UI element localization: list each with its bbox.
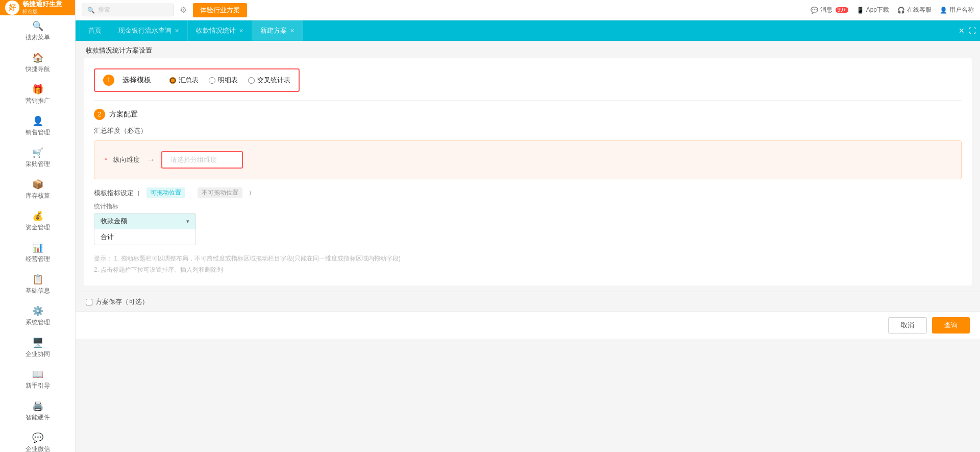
tab-cashflow[interactable]: 现金银行流水查询 ✕ xyxy=(110,20,188,41)
required-star: * xyxy=(105,156,107,164)
step2-row: 2 方案配置 xyxy=(94,109,962,120)
vertical-dim-label: 纵向维度 xyxy=(113,155,140,164)
tab-home[interactable]: 首页 xyxy=(80,20,110,41)
message-icon: 💬 xyxy=(811,7,818,14)
stats-total-row: 合计 xyxy=(94,229,195,245)
download-icon: 📱 xyxy=(856,7,864,14)
main-area: 🔍 搜索 ⚙ 体验行业方案 💬 消息 99+ 📱 App下载 🎧 在线客服 👤 … xyxy=(76,0,980,452)
sidebar-item-wechat[interactable]: 💬 企业微信 xyxy=(0,427,75,452)
sidebar-item-purchase[interactable]: 🛒 采购管理 xyxy=(0,142,75,174)
template-section: 1 选择模板 汇总表 明细表 xyxy=(94,68,300,92)
chart-icon: 📊 xyxy=(32,242,43,253)
radio-summary[interactable]: 汇总表 xyxy=(169,76,199,85)
gear-icon: ⚙️ xyxy=(32,305,43,317)
industry-btn[interactable]: 体验行业方案 xyxy=(193,3,247,17)
user-icon: 👤 xyxy=(32,115,43,127)
dimension-select[interactable]: 请选择分组维度 xyxy=(161,151,243,169)
sidebar-item-sales[interactable]: 👤 销售管理 xyxy=(0,110,75,142)
sidebar-item-search[interactable]: 🔍 搜索菜单 xyxy=(0,15,75,47)
box-icon: 📦 xyxy=(32,179,43,190)
hint-area: 提示： 1. 拖动标题栏可以调整布局，不可跨维度或指标区域拖动栏目字段(只能在同… xyxy=(94,253,962,275)
search-icon: 🔍 xyxy=(32,20,43,32)
step2-label: 方案配置 xyxy=(109,110,138,119)
sidebar-item-finance[interactable]: 💰 资金管理 xyxy=(0,205,75,237)
message-btn[interactable]: 💬 消息 99+ xyxy=(811,6,848,14)
sidebar-item-system[interactable]: ⚙️ 系统管理 xyxy=(0,300,75,332)
message-badge: 99+ xyxy=(836,7,848,13)
tab-new-plan[interactable]: 新建方案 ✕ xyxy=(252,20,303,41)
save-checkbox-row: 方案保存（可选） xyxy=(86,297,970,306)
sidebar-item-quicknav[interactable]: 🏠 快捷导航 xyxy=(0,47,75,79)
dimension-row: * 纵向维度 → 请选择分组维度 xyxy=(105,151,951,169)
download-btn[interactable]: 📱 App下载 xyxy=(856,6,889,14)
page-title: 收款情况统计方案设置 xyxy=(76,41,980,58)
topbar-right: 💬 消息 99+ 📱 App下载 🎧 在线客服 👤 用户名称 xyxy=(811,6,974,14)
headset-icon: 🎧 xyxy=(897,7,905,14)
book-icon: 📖 xyxy=(32,369,43,380)
divider1 xyxy=(94,100,962,101)
stats-table-wrap: 统计指标 收款金额 ▾ 合计 xyxy=(94,202,196,245)
indicator-label-row: 模板指标设定（ 可拖动位置 不可拖动位置 ） xyxy=(94,187,962,198)
list-icon: 📋 xyxy=(32,274,43,285)
service-btn[interactable]: 🎧 在线客服 xyxy=(897,6,932,14)
search-bar[interactable]: 🔍 搜索 xyxy=(82,4,174,16)
step1-num: 1 xyxy=(103,75,114,86)
sidebar-logo: 好 畅捷通好生意 标准版 xyxy=(0,0,75,15)
logo-badge: 标准版 xyxy=(22,8,62,15)
monitor-icon: 🖥️ xyxy=(32,337,43,348)
home-icon: 🏠 xyxy=(32,52,43,63)
sidebar-item-hardware[interactable]: 🖨️ 智能硬件 xyxy=(0,395,75,427)
dimension-area: * 纵向维度 → 请选择分组维度 xyxy=(94,140,962,179)
sidebar-item-inventory[interactable]: 📦 库存核算 xyxy=(0,174,75,205)
sidebar-item-basic[interactable]: 📋 基础信息 xyxy=(0,269,75,300)
indicator-section: 模板指标设定（ 可拖动位置 不可拖动位置 ） 统计指标 收款金额 ▾ 合计 xyxy=(94,187,962,245)
content-area: 收款情况统计方案设置 1 选择模板 汇总表 xyxy=(76,41,980,452)
tab-close-cashflow[interactable]: ✕ xyxy=(175,28,179,34)
arrow-icon: → xyxy=(146,155,155,165)
cancel-button[interactable]: 取消 xyxy=(888,317,927,334)
sidebar-item-marketing[interactable]: 🎁 营销推广 xyxy=(0,79,75,110)
tab-close-receipt[interactable]: ✕ xyxy=(239,28,243,34)
main-card: 1 选择模板 汇总表 明细表 xyxy=(84,58,972,286)
chevron-down-icon: ▾ xyxy=(186,218,189,225)
hint-line2: 2. 点击标题栏下拉可设置排序、插入列和删除列 xyxy=(94,265,962,276)
save-checkbox[interactable] xyxy=(86,299,92,305)
footer: 方案保存（可选） xyxy=(76,292,980,312)
radio-detail[interactable]: 明细表 xyxy=(209,76,238,85)
chat-icon: 💬 xyxy=(32,432,43,443)
bottom-bar: 取消 查询 xyxy=(76,312,980,339)
radio-cross-input[interactable] xyxy=(248,77,255,84)
settings-icon[interactable]: ⚙ xyxy=(180,5,187,15)
user-avatar[interactable]: 👤 用户名称 xyxy=(940,6,974,14)
money-icon: 💰 xyxy=(32,210,43,222)
tab-receipt[interactable]: 收款情况统计 ✕ xyxy=(188,20,252,41)
logo-icon: 好 xyxy=(5,1,19,15)
step1-label: 选择模板 xyxy=(122,76,151,85)
draggable-badge: 可拖动位置 xyxy=(146,187,185,198)
search-icon-topbar: 🔍 xyxy=(87,7,95,14)
radio-detail-input[interactable] xyxy=(209,77,215,84)
dimension-title: 汇总维度（必选） xyxy=(94,126,962,135)
radio-cross[interactable]: 交叉统计表 xyxy=(248,76,290,85)
radio-summary-input[interactable] xyxy=(169,77,176,84)
tabbar-controls: ✕ ⛶ xyxy=(959,27,976,35)
step2-num: 2 xyxy=(94,109,105,120)
sidebar-item-operation[interactable]: 📊 经营管理 xyxy=(0,237,75,269)
tabbar: 首页 现金银行流水查询 ✕ 收款情况统计 ✕ 新建方案 ✕ ✕ ⛶ xyxy=(76,20,980,41)
cart-icon: 🛒 xyxy=(32,147,43,158)
query-button[interactable]: 查询 xyxy=(932,317,970,334)
sidebar-item-corp[interactable]: 🖥️ 企业协同 xyxy=(0,332,75,364)
gift-icon: 🎁 xyxy=(32,84,43,95)
close-window-icon[interactable]: ✕ xyxy=(959,27,965,35)
printer-icon: 🖨️ xyxy=(32,400,43,412)
logo-text: 畅捷通好生意 xyxy=(22,0,62,8)
save-label: 方案保存（可选） xyxy=(95,297,149,306)
stats-table: 收款金额 ▾ 合计 xyxy=(94,213,196,245)
non-draggable-badge: 不可拖动位置 xyxy=(198,187,242,198)
stats-header[interactable]: 收款金额 ▾ xyxy=(94,213,195,229)
sidebar-item-newguide[interactable]: 📖 新手引导 xyxy=(0,364,75,395)
maximize-icon[interactable]: ⛶ xyxy=(969,27,976,35)
stats-section-label: 统计指标 xyxy=(94,202,196,211)
template-radio-group: 汇总表 明细表 交叉统计表 xyxy=(169,76,290,85)
tab-close-newplan[interactable]: ✕ xyxy=(290,28,295,34)
